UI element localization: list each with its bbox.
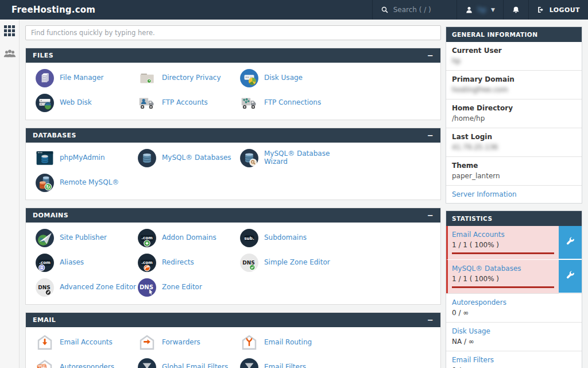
app-label: Addon Domains xyxy=(162,234,216,242)
app-email-accounts[interactable]: Email Accounts xyxy=(35,333,137,352)
section-header-domains[interactable]: DOMAINS− xyxy=(26,208,440,223)
app-email-routing[interactable]: Email Routing xyxy=(239,333,342,352)
wrench-button[interactable] xyxy=(559,226,582,259)
server-information-link[interactable]: Server Information xyxy=(446,186,582,203)
app-phpmyadmin[interactable]: phpMyAdmin xyxy=(35,148,137,168)
top-search[interactable]: Search ( / ) xyxy=(372,0,457,20)
section-body-files: File ManagerDirectory PrivacyDisk UsageW… xyxy=(26,63,440,120)
section-domains: DOMAINS−Site Publisher.comAddon Domainss… xyxy=(25,208,441,305)
stat-value: 0 / ∞ xyxy=(452,309,576,317)
gi-label: Theme xyxy=(452,162,576,170)
collapse-button[interactable]: − xyxy=(427,213,434,218)
gi-label: Current User xyxy=(452,47,576,55)
forwarders-icon xyxy=(137,333,157,352)
app-global-email-filters[interactable]: Global Email Filters xyxy=(137,358,239,368)
app-forwarders[interactable]: Forwarders xyxy=(137,333,239,352)
quick-find-input[interactable] xyxy=(25,25,441,40)
stat-progress-bar xyxy=(452,286,554,288)
app-directory-privacy[interactable]: Directory Privacy xyxy=(137,68,239,88)
grid-icon xyxy=(4,25,15,39)
app-advanced-zone-editor[interactable]: DNSAdvanced Zone Editor xyxy=(35,278,137,297)
feature-sections: FILES−File ManagerDirectory PrivacyDisk … xyxy=(25,48,441,368)
stat-value: NA / ∞ xyxy=(452,338,576,346)
statistics-items: Email Accounts1 / 1 ( 100% )MySQL® Datab… xyxy=(446,226,582,368)
collapse-button[interactable]: − xyxy=(427,317,434,323)
app-site-publisher[interactable]: Site Publisher xyxy=(35,228,137,248)
app-web-disk[interactable]: Web Disk xyxy=(35,93,137,113)
stat-label[interactable]: Disk Usage xyxy=(452,327,576,335)
email-filters-icon xyxy=(239,358,259,368)
stat-label[interactable]: Email Accounts xyxy=(452,231,554,239)
app-redirects[interactable]: .comRedirects xyxy=(137,253,239,273)
app-remote-mysql[interactable]: ↻Remote MySQL® xyxy=(35,173,137,193)
app-ftp-accounts[interactable]: FTP Accounts xyxy=(137,93,239,113)
disk-usage-icon xyxy=(239,68,259,88)
app-label: Web Disk xyxy=(60,99,92,107)
user-manager-button[interactable] xyxy=(3,48,16,61)
username: hp xyxy=(478,6,486,14)
zone-editor-icon: DNS xyxy=(137,278,157,297)
section-title: DATABASES xyxy=(33,132,76,139)
svg-text:DNS: DNS xyxy=(38,285,51,290)
app-disk-usage[interactable]: Disk Usage xyxy=(239,68,342,88)
section-header-files[interactable]: FILES− xyxy=(26,48,440,63)
section-body-domains: Site Publisher.comAddon Domainssub.Subdo… xyxy=(26,223,440,304)
gi-value: hostingfree.com xyxy=(452,86,576,94)
logout-button[interactable]: LOGOUT xyxy=(528,0,588,20)
global-email-filters-icon xyxy=(137,358,157,368)
app-mysql-databases[interactable]: MySQL® Databases xyxy=(137,148,239,168)
gi-label: Primary Domain xyxy=(452,75,576,83)
logout-icon xyxy=(537,6,545,14)
phpmyadmin-icon xyxy=(35,148,55,168)
stat-email-filters: Email Filters0 / ∞ xyxy=(446,351,582,368)
stat-label[interactable]: Email Filters xyxy=(452,356,576,364)
stat-label[interactable]: Autoresponders xyxy=(452,298,576,306)
general-information-header: GENERAL INFORMATION xyxy=(446,27,582,42)
app-file-manager[interactable]: File Manager xyxy=(35,68,137,88)
section-header-databases[interactable]: DATABASES− xyxy=(26,128,440,143)
app-label: Email Accounts xyxy=(60,339,113,347)
aliases-icon: .com xyxy=(35,253,55,273)
app-label: Disk Usage xyxy=(264,74,303,82)
app-email-filters[interactable]: Email Filters xyxy=(239,358,342,368)
app-label: Email Routing xyxy=(264,339,312,347)
search-icon xyxy=(381,6,389,14)
app-label: Redirects xyxy=(162,259,194,267)
collapse-button[interactable]: − xyxy=(427,133,434,139)
app-autoresponders[interactable]: AUTOAutoresponders xyxy=(35,358,137,368)
notifications-button[interactable] xyxy=(503,0,528,20)
collapse-button[interactable]: − xyxy=(427,53,434,59)
ftp-connections-icon xyxy=(239,93,259,113)
app-ftp-connections[interactable]: FTP Connections xyxy=(239,93,342,113)
subdomains-icon: sub. xyxy=(239,228,259,248)
app-label: Zone Editor xyxy=(162,283,202,292)
section-title: DOMAINS xyxy=(33,212,68,219)
stat-progress-bar xyxy=(452,252,554,254)
remote-mysql-icon: ↻ xyxy=(35,173,55,193)
brand-logo[interactable]: FreeHosting.com xyxy=(0,5,95,15)
app-label: Simple Zone Editor xyxy=(264,259,330,267)
svg-text:↻: ↻ xyxy=(46,184,51,190)
app-aliases[interactable]: .comAliases xyxy=(35,253,137,273)
app-simple-zone-editor[interactable]: DNSSimple Zone Editor xyxy=(239,253,342,273)
app-subdomains[interactable]: sub.Subdomains xyxy=(239,228,342,248)
stat-email-accounts: Email Accounts1 / 1 ( 100% ) xyxy=(446,226,582,259)
section-header-email[interactable]: EMAIL− xyxy=(26,313,440,327)
wrench-button[interactable] xyxy=(559,260,582,293)
stat-mysql-databases: MySQL® Databases1 / 1 ( 100% ) xyxy=(446,259,582,293)
gi-row-current-user: Current Userhp xyxy=(446,42,582,71)
user-icon xyxy=(465,6,473,14)
stat-autoresponders: Autoresponders0 / ∞ xyxy=(446,293,582,322)
section-title: FILES xyxy=(33,52,53,59)
group-icon xyxy=(3,49,16,61)
app-addon-domains[interactable]: .comAddon Domains xyxy=(137,228,239,248)
gi-row-home-directory: Home Directory/home/hp xyxy=(446,99,582,128)
app-mysql-database-wizard[interactable]: MySQL® Database Wizard xyxy=(239,148,342,168)
user-menu[interactable]: hp ▼ xyxy=(457,0,503,20)
bell-icon xyxy=(512,6,520,14)
home-grid-button[interactable] xyxy=(3,25,16,38)
app-label: phpMyAdmin xyxy=(60,154,105,162)
web-disk-icon xyxy=(35,93,55,113)
app-zone-editor[interactable]: DNSZone Editor xyxy=(137,278,239,297)
stat-label[interactable]: MySQL® Databases xyxy=(452,264,554,273)
